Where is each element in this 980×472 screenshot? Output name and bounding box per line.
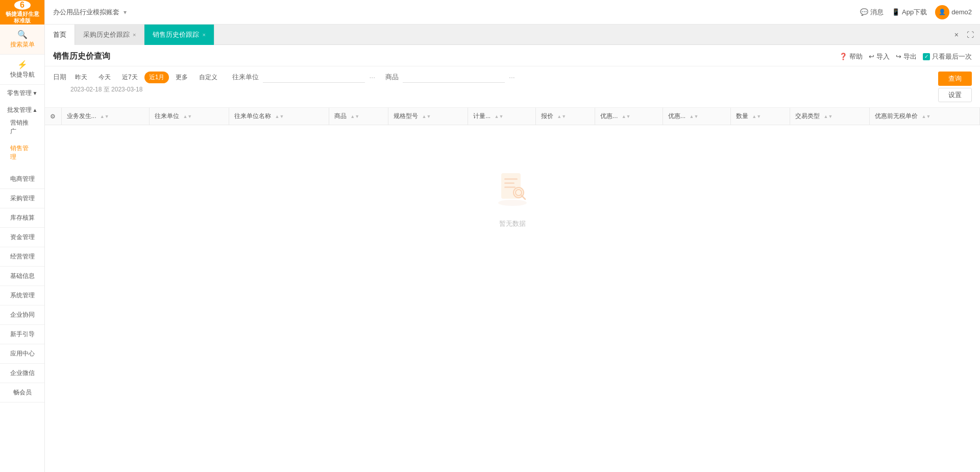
sidebar-wholesale-label: 批发管理	[7, 106, 32, 114]
table-col-no-tax-price: 优惠前无税单价 ▲▼	[870, 108, 980, 125]
partner-filter-group: 往来单位 ···	[232, 72, 375, 83]
sidebar-item-quick-nav[interactable]: ⚡ 快捷导航	[0, 55, 44, 85]
sidebar-item-enterprise[interactable]: 企业协同	[0, 305, 44, 325]
table-col-trade-type: 交易类型 ▲▼	[790, 108, 870, 125]
sidebar-item-system[interactable]: 系统管理	[0, 286, 44, 305]
message-label: 消息	[870, 8, 884, 17]
table-header-row: ⚙ 业务发生... ▲▼ 往来单位 ▲▼ 往来单位名称 ▲▼	[45, 108, 980, 125]
date-btn-7days[interactable]: 近7天	[117, 72, 142, 83]
download-icon: 📱	[892, 8, 900, 16]
sidebar-inventory-label: 库存核算	[10, 214, 35, 222]
topbar-left: 办公用品行业模拟账套 ▾	[53, 8, 127, 17]
close-all-tabs-button[interactable]: ×	[952, 29, 961, 41]
partner-input-dots[interactable]: ···	[369, 73, 375, 81]
empty-text: 暂无数据	[499, 219, 526, 228]
sort-icon[interactable]: ▲▼	[495, 114, 504, 119]
query-button[interactable]: 查询	[938, 72, 972, 86]
sidebar-member-label: 畅会员	[13, 388, 32, 397]
date-btn-1month[interactable]: 近1月	[144, 72, 169, 83]
sidebar-item-purchase[interactable]: 采购管理	[0, 189, 44, 208]
partner-input-row: ···	[263, 72, 375, 83]
sidebar-sub-marketing[interactable]: 营销推广	[2, 114, 42, 140]
tabbar-actions: × ⛶	[952, 29, 980, 41]
date-btn-more[interactable]: 更多	[171, 72, 192, 83]
col-partner-code-label: 往来单位	[155, 112, 179, 120]
table-col-partner-code: 往来单位 ▲▼	[150, 108, 229, 125]
topbar-dropdown-icon[interactable]: ▾	[124, 9, 127, 16]
page-header: 销售历史价查询 ❓ 帮助 ↩ 导入 ↪ 导出 ✓ 只看最后一次	[45, 45, 980, 66]
sidebar-item-apps[interactable]: 应用中心	[0, 344, 44, 364]
sidebar-sub-sales[interactable]: 销售管理	[2, 140, 42, 166]
sort-icon[interactable]: ▲▼	[824, 114, 833, 119]
tab-purchase-close-icon[interactable]: ×	[133, 32, 136, 38]
tab-sales-close-icon[interactable]: ×	[202, 32, 205, 38]
sidebar-item-wholesale[interactable]: 批发管理 ▲ 营销推广 销售管理	[0, 102, 44, 170]
table-col-spec: 规格型号 ▲▼	[388, 108, 468, 125]
sidebar-item-operations[interactable]: 经营管理	[0, 247, 44, 267]
user-menu[interactable]: 👤 demo2	[935, 5, 972, 19]
chevron-down-icon: ▼	[33, 90, 38, 96]
sort-icon[interactable]: ▲▼	[922, 114, 931, 119]
sort-icon[interactable]: ▲▼	[622, 114, 631, 119]
sidebar-item-finance[interactable]: 资金管理	[0, 228, 44, 247]
sidebar-search-label: 搜索菜单	[10, 40, 35, 49]
sidebar-quicknav-label: 快捷导航	[10, 70, 35, 79]
svg-rect-4	[504, 186, 516, 188]
table-container: ⚙ 业务发生... ▲▼ 往来单位 ▲▼ 往来单位名称 ▲▼	[45, 108, 980, 472]
sort-icon[interactable]: ▲▼	[183, 114, 192, 119]
topbar-title: 办公用品行业模拟账套	[53, 8, 119, 17]
sort-icon[interactable]: ▲▼	[100, 114, 109, 119]
sort-icon[interactable]: ▲▼	[752, 114, 761, 119]
sidebar-item-wechat[interactable]: 企业微信	[0, 364, 44, 383]
date-btn-yesterday[interactable]: 昨天	[70, 72, 92, 83]
table-head: ⚙ 业务发生... ▲▼ 往来单位 ▲▼ 往来单位名称 ▲▼	[45, 108, 980, 125]
tab-home[interactable]: 首页	[45, 25, 75, 45]
sort-icon[interactable]: ▲▼	[350, 114, 359, 119]
help-button[interactable]: ❓ 帮助	[839, 52, 863, 61]
sort-icon[interactable]: ▲▼	[275, 114, 284, 119]
table-settings-icon[interactable]: ⚙	[50, 113, 56, 120]
table-col-price: 报价 ▲▼	[536, 108, 595, 125]
sidebar-item-guide[interactable]: 新手引导	[0, 325, 44, 344]
topbar-right: 💬 消息 📱 App下载 👤 demo2	[860, 5, 972, 19]
last-only-checkbox[interactable]: ✓ 只看最后一次	[923, 52, 972, 61]
sort-icon[interactable]: ▲▼	[557, 114, 566, 119]
goods-input-row: ···	[403, 72, 515, 83]
tab-sales-history[interactable]: 销售历史价跟踪 ×	[144, 25, 214, 45]
tab-purchase-history-label: 采购历史价跟踪	[83, 30, 130, 39]
export-icon: ↪	[896, 53, 901, 60]
message-button[interactable]: 💬 消息	[860, 8, 884, 17]
sidebar-apps-label: 应用中心	[10, 349, 35, 358]
topbar: 办公用品行业模拟账套 ▾ 💬 消息 📱 App下载 👤 demo2	[45, 0, 980, 25]
sidebar: 6 畅捷通好生意 标准版 🔍 搜索菜单 ⚡ 快捷导航 零售管理 ▼ 批发管理 ▲…	[0, 0, 45, 472]
date-btn-today[interactable]: 今天	[94, 72, 115, 83]
sidebar-item-basic[interactable]: 基础信息	[0, 267, 44, 286]
goods-input-dots[interactable]: ···	[509, 73, 515, 81]
goods-input[interactable]	[403, 72, 505, 83]
sort-icon[interactable]: ▲▼	[422, 114, 431, 119]
date-btn-custom[interactable]: 自定义	[194, 72, 222, 83]
sidebar-item-ecommerce[interactable]: 电商管理	[0, 170, 44, 189]
table-col-discount1: 优惠... ▲▼	[595, 108, 663, 125]
chevron-up-icon: ▲	[33, 107, 38, 113]
tab-purchase-history[interactable]: 采购历史价跟踪 ×	[75, 25, 144, 45]
sort-icon[interactable]: ▲▼	[689, 114, 698, 119]
avatar: 👤	[935, 5, 949, 19]
import-button[interactable]: ↩ 导入	[869, 52, 890, 61]
sidebar-item-retail[interactable]: 零售管理 ▼	[0, 85, 44, 102]
col-discount1-label: 优惠...	[600, 112, 618, 120]
table-col-goods: 商品 ▲▼	[329, 108, 388, 125]
sidebar-item-member[interactable]: 畅会员	[0, 383, 44, 403]
sidebar-finance-label: 资金管理	[10, 233, 35, 242]
app-download-button[interactable]: 📱 App下载	[892, 8, 927, 17]
col-quantity-label: 数量	[736, 112, 748, 120]
sidebar-item-inventory[interactable]: 库存核算	[0, 208, 44, 228]
export-button[interactable]: ↪ 导出	[896, 52, 917, 61]
date-filter-group: 日期 昨天 今天 近7天 近1月 更多 自定义 2023-02-18 至 202…	[53, 72, 222, 94]
sidebar-wechat-label: 企业微信	[10, 369, 35, 377]
fullscreen-button[interactable]: ⛶	[965, 29, 976, 41]
setting-button[interactable]: 设置	[938, 88, 972, 102]
tab-home-label: 首页	[53, 30, 66, 39]
partner-input[interactable]	[263, 72, 365, 83]
sidebar-item-search[interactable]: 🔍 搜索菜单	[0, 25, 44, 55]
